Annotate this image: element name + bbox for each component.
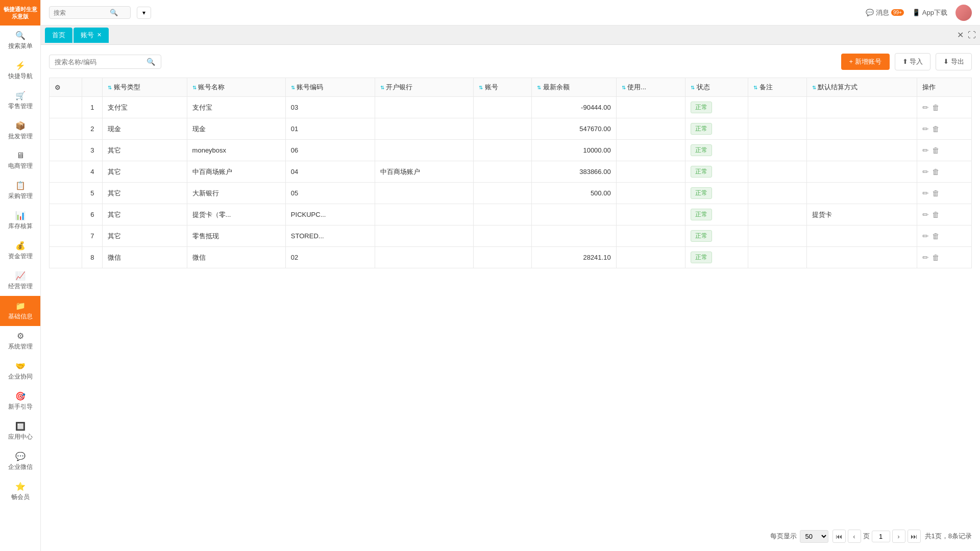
row-use <box>616 226 685 247</box>
sidebar-item-vip-member[interactable]: ⭐畅会员 <box>0 477 40 507</box>
col-status[interactable]: ⇅ 状态 <box>685 78 748 97</box>
col-balance[interactable]: ⇅ 最新余额 <box>532 78 616 97</box>
row-action: ✏ 🗑 <box>917 140 971 161</box>
row-status: 正常 <box>685 247 748 268</box>
app-download-button[interactable]: 📱 App下载 <box>912 8 947 17</box>
row-balance: -90444.00 <box>532 97 616 118</box>
col-use[interactable]: ⇅ 使用... <box>616 78 685 97</box>
import-button[interactable]: ⬆ 导入 <box>895 53 931 70</box>
row-default-payment <box>806 118 917 140</box>
sidebar-item-inventory-calc[interactable]: 📊库存核算 <box>0 206 40 236</box>
header-search-input[interactable] <box>54 9 110 16</box>
col-settings[interactable]: ⚙ <box>50 78 82 97</box>
delete-button[interactable]: 🗑 <box>932 103 940 112</box>
row-balance <box>532 226 616 247</box>
delete-button[interactable]: 🗑 <box>932 124 940 134</box>
col-name[interactable]: ⇅ 账号名称 <box>187 78 285 97</box>
col-bank[interactable]: ⇅ 开户银行 <box>375 78 473 97</box>
account-tab-close[interactable]: ✕ <box>97 32 102 38</box>
edit-button[interactable]: ✏ <box>922 232 929 241</box>
sidebar-item-app-center[interactable]: 🔲应用中心 <box>0 416 40 446</box>
add-account-button[interactable]: + 新增账号 <box>841 54 890 70</box>
sidebar-item-basic-info[interactable]: 📁基础信息 <box>0 296 40 326</box>
sidebar-item-label: 快捷导航 <box>8 72 33 81</box>
edit-button[interactable]: ✏ <box>922 103 929 112</box>
col-type[interactable]: ⇅ 账号类型 <box>103 78 187 97</box>
row-bank <box>375 118 473 140</box>
col-note[interactable]: ⇅ 备注 <box>748 78 806 97</box>
row-use <box>616 247 685 268</box>
row-num: 7 <box>82 226 103 247</box>
row-account <box>474 226 532 247</box>
tab-expand[interactable]: ⛶ <box>968 30 976 40</box>
pagination: 每页显示 50 20 100 ⏮ ‹ 页 › ⏭ 共1页，8条记录 <box>49 523 972 543</box>
row-action: ✏ 🗑 <box>917 183 971 204</box>
delete-button[interactable]: 🗑 <box>932 167 940 177</box>
row-bank <box>375 97 473 118</box>
delete-button[interactable]: 🗑 <box>932 146 940 155</box>
delete-button[interactable]: 🗑 <box>932 189 940 198</box>
row-code: 02 <box>285 247 375 268</box>
page-last-btn[interactable]: ⏭ <box>908 530 921 543</box>
row-num: 2 <box>82 118 103 140</box>
delete-button[interactable]: 🗑 <box>932 253 940 262</box>
sidebar-item-new-guide[interactable]: 🎯新手引导 <box>0 386 40 416</box>
sidebar-item-retail-mgmt[interactable]: 🛒零售管理 <box>0 86 40 116</box>
tab-account[interactable]: 账号 ✕ <box>74 28 109 43</box>
page-prev-btn[interactable]: ‹ <box>848 530 861 543</box>
wholesale-mgmt-icon: 📦 <box>15 121 26 131</box>
user-avatar[interactable] <box>955 5 972 21</box>
row-settings <box>50 183 82 204</box>
edit-button[interactable]: ✏ <box>922 124 929 134</box>
table-search-box[interactable]: 🔍 <box>49 55 161 69</box>
page-first-btn[interactable]: ⏮ <box>832 530 846 543</box>
col-default-payment[interactable]: ⇅ 默认结算方式 <box>806 78 917 97</box>
header-dropdown[interactable]: ▾ <box>137 7 151 19</box>
sidebar-item-wholesale-mgmt[interactable]: 📦批发管理 <box>0 116 40 146</box>
col-code[interactable]: ⇅ 账号编码 <box>285 78 375 97</box>
sidebar-item-label: 新手引导 <box>8 403 33 411</box>
sidebar-item-search-menu[interactable]: 🔍搜索菜单 <box>0 26 40 56</box>
row-account <box>474 118 532 140</box>
table-search-input[interactable] <box>55 58 146 66</box>
edit-button[interactable]: ✏ <box>922 189 929 198</box>
edit-button[interactable]: ✏ <box>922 146 929 155</box>
search-menu-icon: 🔍 <box>15 31 26 40</box>
col-account[interactable]: ⇅ 账号 <box>474 78 532 97</box>
per-page-label: 每页显示 <box>770 532 797 541</box>
sidebar-item-system-mgmt[interactable]: ⚙系统管理 <box>0 326 40 356</box>
sidebar-item-finance-mgmt[interactable]: 💰资金管理 <box>0 236 40 266</box>
enterprise-wechat-icon: 💬 <box>15 452 26 461</box>
delete-button[interactable]: 🗑 <box>932 232 940 241</box>
total-info: 共1页，8条记录 <box>925 532 972 541</box>
status-badge: 正常 <box>691 252 712 263</box>
table-row: 8 微信 微信 02 28241.10 正常 ✏ 🗑 <box>50 247 972 268</box>
delete-button[interactable]: 🗑 <box>932 210 940 219</box>
sidebar-item-business-mgmt[interactable]: 📈经营管理 <box>0 266 40 296</box>
sidebar-item-purchase-mgmt[interactable]: 📋采购管理 <box>0 176 40 206</box>
message-button[interactable]: 💬 消息 99+ <box>866 8 904 17</box>
row-name: 零售抵现 <box>187 226 285 247</box>
page-input[interactable] <box>872 531 890 542</box>
export-button[interactable]: ⬇ 导出 <box>936 53 972 70</box>
sidebar-item-enterprise-agreement[interactable]: 🤝企业协同 <box>0 356 40 386</box>
sidebar-item-enterprise-wechat[interactable]: 💬企业微信 <box>0 446 40 477</box>
edit-button[interactable]: ✏ <box>922 210 929 219</box>
header-search[interactable]: 🔍 <box>49 6 131 19</box>
header-search-icon: 🔍 <box>110 9 118 16</box>
row-name: 现金 <box>187 118 285 140</box>
message-badge: 99+ <box>891 9 904 16</box>
sidebar-item-ecommerce-mgmt[interactable]: 🖥电商管理 <box>0 146 40 176</box>
row-code: 06 <box>285 140 375 161</box>
enterprise-agreement-icon: 🤝 <box>15 361 26 371</box>
row-type: 其它 <box>103 140 187 161</box>
page-next-btn[interactable]: › <box>892 530 905 543</box>
tab-close-all[interactable]: ✕ <box>957 30 964 40</box>
retail-mgmt-icon: 🛒 <box>15 91 26 101</box>
per-page-select[interactable]: 50 20 100 <box>800 530 828 543</box>
tab-home[interactable]: 首页 <box>45 28 72 43</box>
table-search-icon: 🔍 <box>146 58 155 66</box>
sidebar-item-quick-nav[interactable]: ⚡快捷导航 <box>0 56 40 86</box>
edit-button[interactable]: ✏ <box>922 253 929 262</box>
edit-button[interactable]: ✏ <box>922 167 929 177</box>
